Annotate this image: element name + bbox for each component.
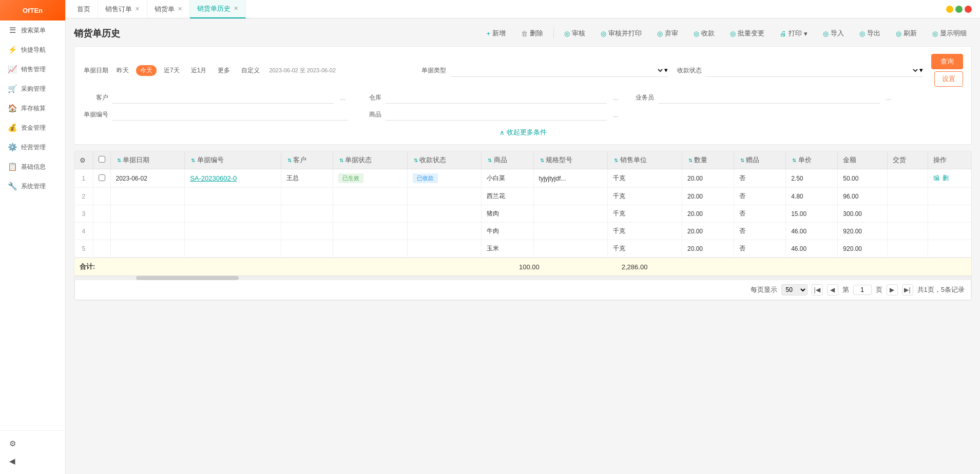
row-checkbox[interactable]	[99, 174, 105, 181]
sidebar-item-basic-info[interactable]: 📋 基础信息	[0, 157, 65, 176]
doc-type-select[interactable]	[450, 64, 664, 76]
product-input[interactable]	[386, 109, 607, 121]
date-tag-today[interactable]: 今天	[136, 65, 157, 76]
page-size-select[interactable]: 50 100 200	[781, 284, 808, 295]
sort-receipt-status-icon[interactable]: ⇅	[414, 157, 418, 163]
sidebar-collapse-icon[interactable]: ◀	[0, 452, 65, 470]
sidebar-item-quick-nav[interactable]: ⚡ 快捷导航	[0, 40, 65, 60]
sidebar-settings-icon[interactable]: ⚙	[0, 435, 65, 452]
page-input[interactable]	[853, 285, 872, 295]
date-tag-yesterday[interactable]: 昨天	[112, 65, 133, 76]
first-page-button[interactable]: |◀	[812, 284, 823, 295]
close-sales-order-icon[interactable]: ✕	[135, 6, 140, 12]
tab-sales-delivery[interactable]: 销货单 ✕	[147, 0, 190, 18]
date-tag-custom[interactable]: 自定义	[237, 65, 264, 76]
tab-home[interactable]: 首页	[70, 0, 98, 18]
warehouse-dots[interactable]: ...	[611, 94, 620, 102]
date-range-display: 2023-06-02 至 2023-06-02	[269, 67, 336, 74]
sort-customer-icon[interactable]: ⇅	[287, 157, 292, 163]
new-button[interactable]: + 新增	[481, 27, 511, 40]
sort-doc-num-icon[interactable]: ⇅	[191, 157, 195, 163]
toolbar: + 新增 🗑 删除 ◎ 审核 ◎ 审核并打印 ◎ 弃审	[481, 27, 972, 40]
maximize-button[interactable]	[955, 6, 963, 13]
gear-settings-icon[interactable]: ⚙	[80, 156, 86, 164]
delete-link[interactable]: 删	[943, 174, 949, 183]
sidebar-item-sales-mgmt[interactable]: 📈 销售管理	[0, 60, 65, 79]
date-tag-1month[interactable]: 近1月	[187, 65, 211, 76]
sort-doc-status-icon[interactable]: ⇅	[339, 157, 343, 163]
date-tag-7days[interactable]: 近7天	[160, 65, 184, 76]
refresh-button[interactable]: ◎ 刷新	[891, 27, 922, 40]
import-button[interactable]: ◎ 导入	[818, 27, 849, 40]
abandon-label: 弃审	[665, 29, 678, 38]
sort-doc-date-icon[interactable]: ⇅	[117, 157, 121, 163]
col-unit-price-label: 单价	[798, 156, 812, 164]
delete-button[interactable]: 🗑 删除	[516, 27, 548, 40]
sidebar-item-ops-mgmt[interactable]: ⚙️ 经营管理	[0, 137, 65, 157]
doc-num-link[interactable]: SA-20230602-0	[190, 174, 237, 182]
sort-unit-price-icon[interactable]: ⇅	[792, 157, 796, 163]
query-button[interactable]: 查询	[931, 54, 963, 69]
settings-button[interactable]: 设置	[934, 71, 963, 87]
audit-button[interactable]: ◎ 审核	[559, 27, 590, 40]
last-page-button[interactable]: ▶|	[902, 284, 913, 295]
col-gift: ⇅ 赠品	[734, 151, 786, 169]
show-detail-label: 显示明细	[940, 29, 967, 38]
cell-receipt-status	[407, 240, 482, 258]
edit-link[interactable]: 编	[933, 174, 939, 183]
print-label: 打印	[789, 29, 802, 38]
minimize-button[interactable]	[946, 6, 953, 13]
sort-gift-icon[interactable]: ⇅	[740, 157, 744, 163]
batch-change-button[interactable]: ◎ 批量变更	[725, 27, 770, 40]
col-gear[interactable]: ⚙	[74, 151, 93, 169]
cell-checkbox[interactable]	[93, 223, 110, 240]
next-page-button[interactable]: ▶	[887, 284, 898, 295]
close-sales-delivery-icon[interactable]: ✕	[178, 6, 182, 12]
audit-print-button[interactable]: ◎ 审核并打印	[595, 27, 647, 40]
close-sales-history-icon[interactable]: ✕	[234, 5, 238, 12]
sidebar-item-finance-mgmt[interactable]: 💰 资金管理	[0, 118, 65, 137]
select-all-checkbox[interactable]	[99, 156, 105, 163]
sort-product-icon[interactable]: ⇅	[488, 157, 492, 163]
sidebar-item-search-menu[interactable]: ☰ 搜索菜单	[0, 21, 65, 40]
window-controls	[942, 6, 976, 13]
sidebar-item-sys-mgmt[interactable]: 🔧 系统管理	[0, 176, 65, 196]
tab-sales-order[interactable]: 销售订单 ✕	[98, 0, 147, 18]
date-tag-more[interactable]: 更多	[214, 65, 234, 76]
product-dots[interactable]: ...	[611, 111, 620, 118]
prev-page-button[interactable]: ◀	[827, 284, 838, 295]
close-button[interactable]	[965, 6, 972, 13]
cell-checkbox[interactable]	[93, 188, 110, 205]
sort-sales-unit-icon[interactable]: ⇅	[614, 157, 618, 163]
customer-input[interactable]	[112, 92, 334, 104]
cell-checkbox[interactable]	[93, 169, 110, 188]
horizontal-scrollbar[interactable]	[74, 275, 971, 280]
sidebar-item-inventory-calc[interactable]: 🏠 库存核算	[0, 98, 65, 118]
filter-collapse[interactable]: ∧ 收起更多条件	[83, 126, 963, 139]
sales-rep-dots[interactable]: ...	[884, 94, 893, 102]
cell-doc-num[interactable]: SA-20230602-0	[185, 169, 281, 188]
warehouse-input[interactable]	[386, 92, 607, 104]
col-transaction-label: 交货	[893, 156, 906, 164]
receipt-status-select[interactable]	[706, 64, 920, 76]
receipt-button[interactable]: ◎ 收款	[688, 27, 720, 40]
cell-checkbox[interactable]	[93, 240, 110, 258]
cell-checkbox[interactable]	[93, 205, 110, 223]
show-detail-button[interactable]: ◎ 显示明细	[927, 27, 972, 40]
doc-type-select-wrapper: ▾	[450, 64, 668, 77]
sort-qty-icon[interactable]: ⇅	[688, 157, 693, 163]
sidebar-item-purchase-mgmt[interactable]: 🛒 采购管理	[0, 79, 65, 98]
sort-spec-icon[interactable]: ⇅	[540, 157, 544, 163]
action-col: 编删	[933, 174, 966, 183]
export-button[interactable]: ◎ 导出	[854, 27, 886, 40]
sales-rep-input[interactable]	[658, 92, 880, 104]
print-button[interactable]: 🖨 打印 ▾	[775, 27, 813, 40]
col-checkbox[interactable]	[93, 151, 110, 169]
abandon-button[interactable]: ◎ 弃审	[652, 27, 683, 40]
scrollbar-thumb[interactable]	[136, 276, 239, 280]
cell-qty: 20.00	[682, 223, 734, 240]
tab-sales-history[interactable]: 销货单历史 ✕	[190, 0, 246, 18]
customer-dots[interactable]: ...	[338, 94, 348, 102]
summary-row: 合计: 100.00 2,286.00	[74, 258, 971, 275]
doc-num-input[interactable]	[112, 109, 348, 121]
